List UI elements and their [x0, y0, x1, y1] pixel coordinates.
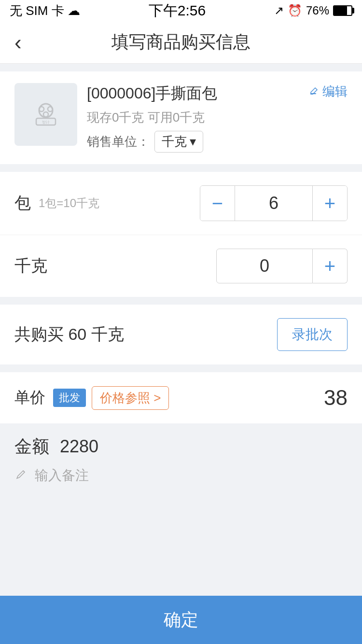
note-row[interactable]: 输入备注: [14, 466, 348, 485]
svg-point-3: [43, 112, 48, 117]
amount-row: 金额 2280: [14, 435, 348, 459]
nav-bar: ‹ 填写商品购买信息: [0, 21, 362, 64]
edit-icon: [309, 86, 320, 97]
kg-row: 千克 +: [0, 235, 362, 297]
status-left: 无 SIM 卡 ☁: [10, 2, 80, 19]
bao-minus-button[interactable]: −: [200, 186, 235, 221]
price-label: 单价: [14, 387, 45, 408]
alarm-icon: ⏰: [288, 4, 302, 17]
battery-icon: [333, 5, 352, 16]
amount-value: 2280: [60, 436, 98, 456]
product-logo-icon: 智计: [31, 100, 60, 129]
price-type-tag: 批发: [53, 389, 86, 407]
product-info: [0000006]手撕面包 编辑 现存0千克 可用0千克 销售单位： 千克 ▾: [87, 83, 348, 153]
svg-text:智计: 智计: [42, 120, 50, 125]
total-label: 共购买 60 千克: [14, 323, 124, 346]
product-stock: 现存0千克 可用0千克: [87, 109, 348, 126]
quantity-section: 包 1包=10千克 − + 千克 +: [0, 172, 362, 297]
bao-hint: 1包=10千克: [39, 196, 99, 211]
bao-input[interactable]: [235, 186, 312, 221]
signal-text: 无 SIM 卡 ☁: [10, 2, 80, 19]
product-card: 智计 [0000006]手撕面包 编辑 现存0千克 可用0千克 销售单位： 千克…: [0, 71, 362, 164]
price-reference-button[interactable]: 价格参照 >: [92, 386, 169, 410]
amount-section: 金额 2280 输入备注: [0, 423, 362, 490]
kg-plus-button[interactable]: +: [313, 249, 348, 283]
edit-button[interactable]: 编辑: [309, 83, 348, 100]
svg-point-0: [39, 104, 53, 117]
unit-selector[interactable]: 千克 ▾: [154, 131, 203, 153]
product-name: [0000006]手撕面包: [87, 83, 217, 104]
bao-plus-button[interactable]: +: [312, 186, 347, 221]
amount-label: 金额: [14, 436, 49, 456]
kg-control: +: [216, 249, 348, 283]
product-image: 智计: [14, 83, 77, 146]
location-icon: ↗: [274, 4, 284, 17]
page-title: 填写商品购买信息: [111, 30, 251, 54]
status-right: ↗ ⏰ 76%: [274, 4, 352, 17]
pencil-icon: [14, 469, 28, 482]
back-button[interactable]: ‹: [14, 32, 22, 53]
status-bar: 无 SIM 卡 ☁ 下午2:56 ↗ ⏰ 76%: [0, 0, 362, 21]
kg-label: 千克: [14, 255, 47, 277]
record-batch-button[interactable]: 录批次: [277, 318, 348, 351]
price-section: 单价 批发 价格参照 > 38: [0, 372, 362, 423]
bao-label: 包: [14, 192, 31, 214]
price-value: 38: [324, 386, 348, 410]
bao-row: 包 1包=10千克 − +: [0, 172, 362, 235]
chevron-down-icon: ▾: [190, 134, 196, 149]
confirm-button[interactable]: 确定: [0, 596, 362, 644]
battery-text: 76%: [306, 4, 329, 17]
product-unit: 销售单位： 千克 ▾: [87, 131, 348, 153]
bao-control: − +: [200, 185, 348, 221]
status-time: 下午2:56: [149, 1, 206, 21]
note-placeholder: 输入备注: [35, 466, 89, 485]
total-row: 共购买 60 千克 录批次: [0, 305, 362, 364]
kg-input[interactable]: [216, 249, 313, 283]
